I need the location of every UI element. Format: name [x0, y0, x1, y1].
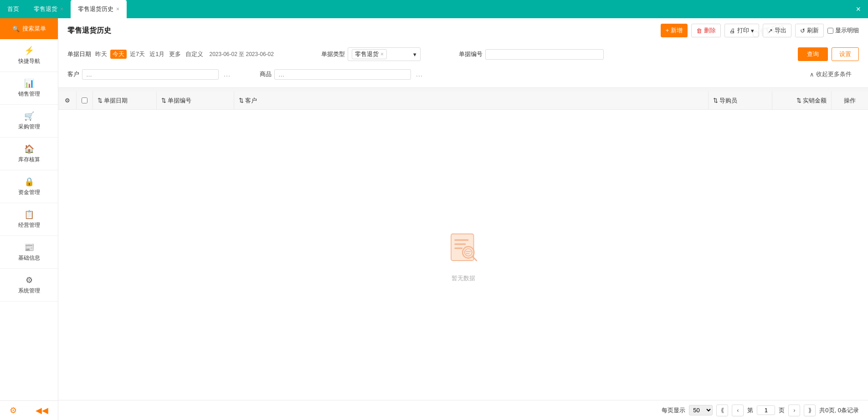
export-label: 导出 [775, 26, 786, 35]
tab-list: 首页 零售退货 × 零售退货历史 × [0, 0, 848, 18]
doc-no-input[interactable] [485, 49, 604, 60]
th-amount-sort-icon: ⇅ [796, 97, 801, 104]
page-label-suffix: 页 [779, 406, 785, 415]
date-shortcuts: 昨天 今天 近7天 近1月 更多 自定义 [94, 50, 205, 59]
sales-icon: 📊 [24, 78, 34, 88]
th-customer[interactable]: ⇅ 客户 [234, 92, 709, 109]
show-detail-checkbox[interactable] [827, 28, 833, 34]
th-doc-no-text: 单据编号 [168, 97, 191, 105]
filter-doc-type: 单据类型 零售退货 × ▾ [321, 47, 421, 61]
export-button[interactable]: ↗ 导出 [763, 24, 791, 37]
th-guide[interactable]: ⇅ 导购员 [709, 92, 772, 109]
toolbar: + 新增 🗑 删除 🖨 打印 ▾ ↗ 导出 ↺ [661, 24, 859, 37]
customer-input[interactable] [82, 69, 219, 80]
svg-point-5 [464, 248, 472, 256]
sidebar-item-inventory[interactable]: 🏠 库存核算 [0, 138, 58, 170]
top-bar: 首页 零售退货 × 零售退货历史 × × [0, 0, 868, 18]
window-close-button[interactable]: × [848, 5, 868, 14]
th-doc-no[interactable]: ⇅ 单据编号 [157, 92, 234, 109]
th-checkbox[interactable] [77, 92, 93, 109]
doc-type-tag-close[interactable]: × [380, 51, 384, 57]
th-doc-date-label: ⇅ [98, 97, 103, 104]
first-page-button[interactable]: ⟪ [716, 405, 728, 416]
date-shortcut-7days[interactable]: 近7天 [128, 50, 146, 59]
date-shortcut-yesterday[interactable]: 昨天 [94, 50, 108, 59]
svg-rect-1 [454, 239, 468, 241]
sidebar-item-basic-info[interactable]: 📰 基础信息 [0, 236, 58, 269]
refresh-button[interactable]: ↺ 刷新 [795, 24, 824, 37]
system-icon: ⚙ [26, 275, 33, 285]
music-bottom-icon[interactable]: ◀◀ [36, 405, 48, 415]
sidebar-item-finance[interactable]: 🔒 资金管理 [0, 170, 58, 203]
sidebar-item-quick-nav[interactable]: ⚡ 快捷导航 [0, 39, 58, 72]
filter-doc-no: 单据编号 [459, 49, 604, 60]
new-button[interactable]: + 新增 [661, 24, 688, 37]
per-page-select[interactable]: 10 20 50 100 [689, 405, 713, 415]
table-header: ⚙ ⇅ 单据日期 ⇅ 单据编号 ⇅ 客户 ⇅ [58, 92, 868, 110]
svg-rect-3 [454, 247, 462, 249]
refresh-label: 刷新 [807, 26, 819, 35]
operations-icon: 📋 [24, 210, 34, 220]
sidebar-item-purchase[interactable]: 🛒 采购管理 [0, 105, 58, 138]
last-page-button[interactable]: ⟫ [804, 405, 816, 416]
main-content: 零售退货历史 + 新增 🗑 删除 🖨 打印 ▾ ↗ 导出 [58, 18, 868, 420]
collapse-row: ∧ 收起更多条件 [802, 68, 859, 84]
collapse-button[interactable]: ∧ 收起更多条件 [802, 68, 859, 80]
next-page-button[interactable]: › [788, 405, 800, 416]
sidebar-item-purchase-label: 采购管理 [18, 123, 40, 131]
th-doc-no-sort-icon: ⇅ [161, 97, 166, 104]
query-button[interactable]: 查询 [798, 47, 828, 61]
date-shortcut-1month[interactable]: 近1月 [148, 50, 166, 59]
th-doc-date[interactable]: ⇅ 单据日期 [93, 92, 157, 109]
date-range: 2023-06-02 至 2023-06-02 [209, 51, 273, 58]
collapse-icon: ∧ [810, 71, 814, 78]
tab-retail-return-close[interactable]: × [60, 6, 63, 12]
current-page-input[interactable] [757, 405, 775, 415]
customer-dots-icon[interactable]: … [223, 70, 231, 78]
date-shortcut-custom[interactable]: 自定义 [184, 50, 205, 59]
export-icon: ↗ [768, 27, 773, 34]
goods-label: 商品 [260, 70, 272, 78]
sidebar-item-operations[interactable]: 📋 经营管理 [0, 203, 58, 236]
filter-area: 单据日期 昨天 今天 近7天 近1月 更多 自定义 2023-06-02 至 2… [67, 43, 859, 84]
print-button[interactable]: 🖨 打印 ▾ [724, 24, 759, 37]
th-action: 操作 [832, 92, 868, 109]
sidebar-item-system-label: 系统管理 [18, 287, 40, 295]
print-arrow-icon: ▾ [751, 27, 754, 34]
tab-retail-return-history[interactable]: 零售退货历史 × [71, 0, 127, 18]
sidebar-item-sales[interactable]: 📊 销售管理 [0, 72, 58, 105]
sidebar-search[interactable]: 🔍 搜索菜单 [0, 18, 58, 39]
inventory-icon: 🏠 [24, 144, 34, 154]
filter-goods: 商品 … [260, 69, 423, 80]
main-layout: 🔍 搜索菜单 ⚡ 快捷导航 📊 销售管理 🛒 采购管理 🏠 库存核算 🔒 资金管… [0, 18, 868, 420]
tab-home[interactable]: 首页 [0, 0, 26, 18]
tab-retail-return[interactable]: 零售退货 × [26, 0, 71, 18]
th-settings[interactable]: ⚙ [58, 92, 77, 109]
doc-type-select[interactable]: 零售退货 × ▾ [348, 47, 421, 61]
setting-button[interactable]: 设置 [832, 47, 859, 61]
goods-dots-icon[interactable]: … [416, 70, 423, 78]
th-doc-date-text: 单据日期 [104, 97, 128, 105]
goods-input[interactable] [274, 69, 411, 80]
doc-type-tag-value: 零售退货 [355, 50, 379, 58]
settings-bottom-icon[interactable]: ⚙ [10, 405, 17, 415]
show-detail-checkbox-label[interactable]: 显示明细 [827, 26, 859, 35]
th-amount[interactable]: ⇅ 实销金额 [772, 92, 832, 109]
date-shortcut-more[interactable]: 更多 [168, 50, 182, 59]
tab-home-label: 首页 [7, 5, 19, 13]
search-icon: 🔍 [12, 26, 20, 32]
customer-label: 客户 [67, 70, 79, 78]
sidebar-search-label: 搜索菜单 [22, 25, 46, 33]
collapse-label: 收起更多条件 [816, 70, 852, 78]
delete-button[interactable]: 🗑 删除 [691, 24, 721, 37]
table-area: ⚙ ⇅ 单据日期 ⇅ 单据编号 ⇅ 客户 ⇅ [58, 92, 868, 400]
prev-page-button[interactable]: ‹ [732, 405, 744, 416]
select-all-checkbox[interactable] [82, 97, 87, 103]
sidebar: 🔍 搜索菜单 ⚡ 快捷导航 📊 销售管理 🛒 采购管理 🏠 库存核算 🔒 资金管… [0, 18, 58, 420]
tab-retail-return-label: 零售退货 [34, 5, 57, 13]
sidebar-item-system[interactable]: ⚙ 系统管理 [0, 269, 58, 302]
show-detail-label: 显示明细 [835, 26, 859, 35]
tab-retail-return-history-close[interactable]: × [116, 6, 119, 12]
date-shortcut-today[interactable]: 今天 [110, 50, 127, 59]
pagination: 每页显示 10 20 50 100 ⟪ ‹ 第 页 › ⟫ 共0页, 0条记录 [58, 400, 868, 420]
